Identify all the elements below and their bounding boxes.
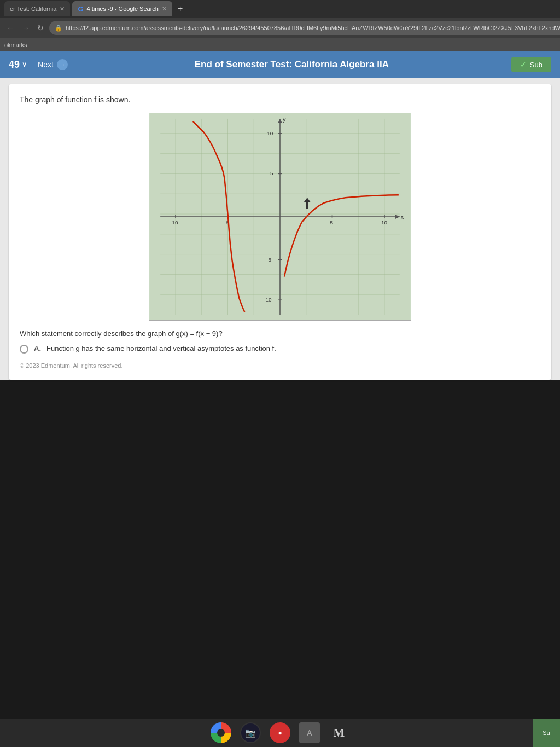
submit-button[interactable]: ✓ Sub [511,57,551,72]
question-intro: The graph of function f is shown. [20,95,540,104]
tab-google[interactable]: G 4 times -9 - Google Search ✕ [72,1,172,16]
svg-text:-10: -10 [170,219,178,225]
main-content: 49 ∨ Next → End of Semester Test: Califo… [0,51,560,380]
dark-background [0,386,560,715]
google-icon: G [78,5,83,13]
tab-google-label: 4 times -9 - Google Search [87,5,159,12]
chevron-icon[interactable]: ∨ [22,61,27,68]
taskbar-chrome-icon[interactable] [211,722,231,743]
svg-text:-10: -10 [264,297,272,303]
svg-text:10: 10 [267,130,273,136]
next-arrow-icon: → [57,59,68,70]
taskbar-red-icon[interactable]: ● [270,722,290,743]
next-label: Next [38,60,54,69]
option-a-label: A. [34,344,41,352]
taskbar: 📷 ● A M Su [0,719,560,747]
svg-text:5: 5 [270,170,273,176]
question-number-value: 49 [9,59,20,71]
address-text: https://f2.app.edmentum.com/assessments-… [66,25,560,31]
refresh-button[interactable]: ↻ [35,22,46,33]
tab-test-label: er Test: California [10,5,56,12]
graph-svg: x y -5 -10 5 10 5 10 -5 -10 [149,113,411,320]
next-button[interactable]: Next → [33,57,72,72]
svg-text:10: 10 [381,219,388,225]
taskbar-square-icon[interactable]: A [299,722,320,743]
taskbar-video-icon[interactable]: 📷 [240,722,261,743]
tab-google-close[interactable]: ✕ [162,5,167,13]
bookmarks-label: okmarks [4,42,27,48]
tab-test[interactable]: er Test: California ✕ [4,1,70,16]
answer-option-a: A. Function g has the same horizontal an… [20,344,540,354]
taskbar-submit-button[interactable]: Su [533,719,560,747]
tab-test-close[interactable]: ✕ [60,5,65,13]
svg-text:y: y [283,116,286,123]
browser-chrome: er Test: California ✕ G 4 times -9 - Goo… [0,0,560,38]
radio-option-a[interactable] [20,345,28,354]
forward-button[interactable]: → [20,22,32,33]
bookmarks-bar: okmarks [0,38,560,51]
svg-text:-5: -5 [266,257,271,263]
check-icon: ✓ [520,60,527,69]
svg-text:5: 5 [330,219,334,225]
question-content: The graph of function f is shown. [9,84,551,380]
svg-text:x: x [401,213,404,220]
taskbar-gmail-icon[interactable]: M [329,722,349,743]
page-title: End of Semester Test: California Algebra… [79,59,505,70]
taskbar-submit-label: Su [542,729,550,736]
question-description: Which statement correctly describes the … [20,329,540,338]
address-bar[interactable]: 🔒 https://f2.app.edmentum.com/assessment… [49,21,560,35]
lock-icon: 🔒 [55,25,62,32]
app-header: 49 ∨ Next → End of Semester Test: Califo… [0,51,560,78]
question-number: 49 ∨ [9,59,27,71]
address-bar-row: ← → ↻ 🔒 https://f2.app.edmentum.com/asse… [0,18,560,38]
new-tab-button[interactable]: + [174,4,186,14]
tab-bar: er Test: California ✕ G 4 times -9 - Goo… [0,0,560,18]
back-button[interactable]: ← [4,22,16,33]
graph-container: x y -5 -10 5 10 5 10 -5 -10 [149,113,411,321]
option-a-text: Function g has the same horizontal and v… [46,344,276,352]
submit-label: Sub [530,61,542,69]
copyright-text: © 2023 Edmentum. All rights reserved. [20,362,540,369]
